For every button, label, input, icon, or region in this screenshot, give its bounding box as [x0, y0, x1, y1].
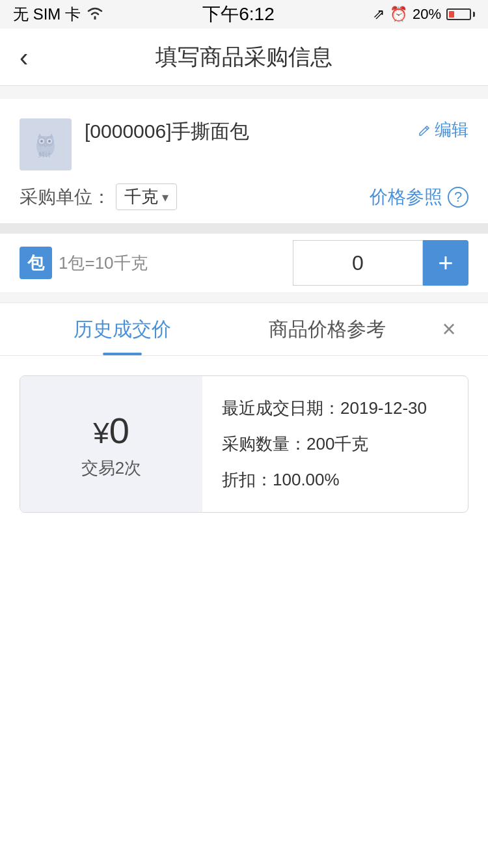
section-divider — [0, 223, 488, 234]
page-title: 填写商品采购信息 — [156, 42, 332, 72]
network-label: 无 SIM 卡 — [13, 4, 81, 25]
product-code-name: [0000006]手撕面包 — [85, 118, 249, 145]
status-right: ⇗ ⏰ 20% — [373, 6, 475, 23]
quantity-section: 包 1包=10千克 0 + — [0, 234, 488, 292]
tab-history-price[interactable]: 历史成交价 — [20, 303, 224, 355]
price-card-right: 最近成交日期：2019-12-30 采购数量：200千克 折扣：100.00% — [202, 376, 468, 512]
product-image: 鲜计 — [29, 128, 62, 161]
time-display: 下午6:12 — [202, 2, 275, 27]
product-unit-row: 采购单位： 千克 ▾ 价格参照 ? — [20, 183, 468, 210]
help-icon: ? — [448, 187, 468, 208]
product-section: 鲜计 [0000006]手撕面包 编辑 采购单位： 千克 ▾ — [0, 99, 488, 223]
product-info: [0000006]手撕面包 — [85, 118, 249, 148]
status-bar: 无 SIM 卡 下午6:12 ⇗ ⏰ 20% — [0, 0, 488, 29]
edit-icon — [418, 123, 432, 137]
svg-point-6 — [48, 140, 51, 142]
discount-row: 折扣：100.00% — [222, 467, 448, 493]
nav-bar: ‹ 填写商品采购信息 — [0, 29, 488, 86]
price-card-container: ¥0 交易2次 最近成交日期：2019-12-30 采购数量：200千克 折扣：… — [0, 356, 488, 532]
wifi-icon — [86, 5, 104, 23]
battery-icon — [446, 8, 475, 20]
quantity-unit-info: 包 1包=10千克 — [20, 247, 148, 279]
purchase-qty-row: 采购数量：200千克 — [222, 431, 448, 457]
quantity-input[interactable]: 0 — [293, 240, 423, 286]
alarm-icon: ⏰ — [390, 6, 407, 23]
price-card-left: ¥0 交易2次 — [20, 376, 202, 512]
product-left: 鲜计 [0000006]手撕面包 — [20, 118, 249, 170]
unit-label: 采购单位： — [20, 185, 111, 210]
back-button[interactable]: ‹ — [20, 44, 28, 70]
price-ref-button[interactable]: 价格参照 ? — [370, 185, 468, 210]
quantity-input-area: 0 + — [293, 240, 468, 286]
battery-percentage: 20% — [413, 6, 441, 23]
unit-conversion: 1包=10千克 — [59, 252, 148, 275]
svg-point-5 — [40, 140, 43, 142]
bottom-panel: 历史成交价 商品价格参考 × ¥0 交易2次 最近成交日期：2019-12-30 — [0, 303, 488, 532]
price-card: ¥0 交易2次 最近成交日期：2019-12-30 采购数量：200千克 折扣：… — [20, 375, 468, 513]
close-button[interactable]: × — [429, 310, 468, 349]
edit-button[interactable]: 编辑 — [418, 118, 468, 141]
dropdown-arrow-icon: ▾ — [162, 189, 169, 205]
unit-select[interactable]: 千克 ▾ — [116, 183, 177, 210]
latest-date-row: 最近成交日期：2019-12-30 — [222, 396, 448, 421]
unit-selector-area: 采购单位： 千克 ▾ — [20, 183, 177, 210]
svg-text:鲜计: 鲜计 — [38, 151, 51, 158]
location-icon: ⇗ — [373, 6, 385, 23]
page-background — [0, 532, 488, 868]
product-header: 鲜计 [0000006]手撕面包 编辑 — [20, 118, 468, 170]
tab-price-reference[interactable]: 商品价格参考 — [224, 303, 429, 355]
product-thumbnail: 鲜计 — [20, 118, 72, 170]
status-left: 无 SIM 卡 — [13, 4, 104, 25]
transaction-count: 交易2次 — [81, 457, 141, 480]
quantity-plus-button[interactable]: + — [423, 240, 468, 286]
tab-row: 历史成交价 商品价格参考 × — [0, 303, 488, 356]
unit-box: 包 — [20, 247, 52, 279]
tab-underline — [103, 353, 142, 355]
price-display: ¥0 — [93, 409, 129, 452]
